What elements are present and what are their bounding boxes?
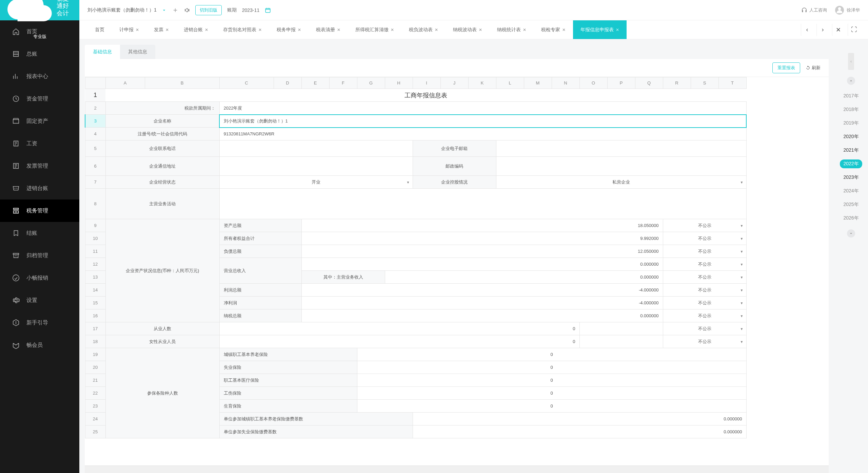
col-header[interactable]: L — [496, 77, 524, 89]
year-2022年[interactable]: 2022年 — [840, 159, 862, 168]
tab-税务申报[interactable]: 税务申报✕ — [269, 20, 309, 39]
close-icon[interactable]: ✕ — [298, 27, 301, 32]
col-header[interactable]: I — [413, 77, 440, 89]
col-header[interactable]: Q — [635, 77, 663, 89]
tab-basic-info[interactable]: 基础信息 — [85, 45, 120, 59]
sidebar-item-ledger[interactable]: 总账 — [0, 43, 79, 65]
close-icon[interactable]: ✕ — [479, 27, 482, 32]
year-2023年[interactable]: 2023年 — [840, 173, 862, 182]
col-header[interactable]: P — [607, 77, 635, 89]
year-2024年[interactable]: 2024年 — [840, 187, 862, 195]
cell-value[interactable]: 0.000000 — [413, 425, 746, 438]
publish-select[interactable]: 不公示 — [663, 309, 746, 322]
cell-value[interactable]: 0.000000 — [301, 258, 663, 271]
cell-value[interactable]: 0 — [357, 387, 746, 400]
tab-税表清册[interactable]: 税表清册✕ — [309, 20, 348, 39]
company-value[interactable]: 刘小艳演示账套（勿删勿动！）1 — [219, 115, 746, 128]
tab-纳税波动表[interactable]: 纳税波动表✕ — [446, 20, 490, 39]
address-value[interactable] — [219, 157, 413, 176]
tab-税负波动表[interactable]: 税负波动表✕ — [401, 20, 446, 39]
phone-value[interactable] — [219, 140, 413, 157]
period-value[interactable]: 2023-11 — [242, 7, 259, 13]
sidebar-item-tax[interactable]: 税务管理 — [0, 200, 79, 222]
col-header[interactable]: M — [524, 77, 552, 89]
close-icon[interactable]: ✕ — [337, 27, 340, 32]
col-header[interactable]: N — [552, 77, 579, 89]
year-2019年[interactable]: 2019年 — [840, 119, 862, 128]
publish-select[interactable]: 不公示 — [663, 219, 746, 232]
close-icon[interactable]: ✕ — [562, 27, 566, 32]
tab-other-info[interactable]: 其他信息 — [120, 45, 155, 59]
close-icon[interactable]: ✕ — [205, 27, 208, 32]
col-header[interactable]: G — [357, 77, 385, 89]
close-icon[interactable]: ✕ — [391, 27, 394, 32]
sidebar-item-reimburse[interactable]: 小畅报销 — [0, 267, 79, 289]
close-icon[interactable]: ✕ — [616, 27, 619, 32]
gear-icon[interactable] — [184, 7, 190, 13]
tabs-close-all-button[interactable]: ✕ — [832, 24, 844, 36]
sidebar-item-fund[interactable]: 资金管理 — [0, 88, 79, 110]
cell-value[interactable]: -4.000000 — [301, 284, 663, 297]
tab-存货别名对照表[interactable]: 存货别名对照表✕ — [216, 20, 269, 39]
cell-value[interactable]: 12.050000 — [301, 245, 663, 258]
years-down-button[interactable] — [847, 229, 855, 238]
tabs-prev-button[interactable]: ‹ — [801, 24, 813, 36]
close-icon[interactable]: ✕ — [523, 27, 526, 32]
tab-计申报[interactable]: 计申报✕ — [112, 20, 146, 39]
close-icon[interactable]: ✕ — [136, 27, 139, 32]
status-select[interactable]: 开业 — [219, 176, 413, 189]
col-header[interactable]: E — [301, 77, 329, 89]
cell-value[interactable]: 0.000000 — [413, 413, 746, 425]
cell-value[interactable]: -4.000000 — [301, 297, 663, 309]
publish-select[interactable]: 不公示 — [663, 245, 746, 258]
email-value[interactable] — [496, 140, 746, 157]
publish-select[interactable]: 不公示 — [663, 335, 746, 348]
sidebar-item-payroll[interactable]: 工资 — [0, 132, 79, 155]
cell-value[interactable]: 0 — [357, 400, 746, 413]
tab-税检专家[interactable]: 税检专家✕ — [534, 20, 573, 39]
add-icon[interactable] — [172, 7, 178, 13]
year-2026年[interactable]: 2026年 — [840, 214, 862, 223]
holding-select[interactable]: 私营企业 — [496, 176, 746, 189]
col-header[interactable]: C — [219, 77, 274, 89]
col-header[interactable]: T — [718, 77, 746, 89]
tab-首页[interactable]: 首页 — [87, 20, 112, 39]
publish-select[interactable]: 不公示 — [663, 258, 746, 271]
publish-select[interactable]: 不公示 — [663, 271, 746, 284]
sidebar-item-asset[interactable]: 固定资产 — [0, 110, 79, 132]
sidebar-item-purchase[interactable]: 进销台账 — [0, 177, 79, 200]
tabs-next-button[interactable]: › — [816, 24, 829, 36]
col-header[interactable]: H — [385, 77, 413, 89]
publish-select[interactable]: 不公示 — [663, 284, 746, 297]
dataset-selector[interactable]: 刘小艳演示账套（勿删勿动！）1 — [87, 7, 167, 13]
year-2021年[interactable]: 2021年 — [840, 146, 862, 155]
year-2025年[interactable]: 2025年 — [840, 200, 862, 209]
col-header[interactable]: J — [440, 77, 468, 89]
fullscreen-icon[interactable]: ⛶ — [848, 24, 860, 36]
spreadsheet[interactable]: ABCDEFGHIJKLMNOPQRST 1工商年报信息表 2税款所属期间：20… — [85, 77, 747, 438]
period-value[interactable]: 2022年度 — [219, 102, 746, 115]
calendar-icon[interactable] — [265, 7, 271, 13]
tab-发票[interactable]: 发票✕ — [146, 20, 176, 39]
close-icon[interactable]: ✕ — [435, 27, 438, 32]
sidebar-item-close-book[interactable]: 结账 — [0, 222, 79, 244]
col-header[interactable]: D — [274, 77, 301, 89]
grid-scroll[interactable]: ABCDEFGHIJKLMNOPQRST 1工商年报信息表 2税款所属期间：20… — [85, 77, 829, 466]
cell-value[interactable]: 0 — [357, 361, 746, 374]
year-2020年[interactable]: 2020年 — [840, 132, 862, 141]
activity-value[interactable] — [219, 189, 746, 219]
tab-年报信息申报表[interactable]: 年报信息申报表✕ — [573, 20, 627, 39]
sidebar-item-invoice[interactable]: 发票管理 — [0, 155, 79, 177]
col-header[interactable]: K — [468, 77, 496, 89]
cell-value[interactable]: 0 — [357, 348, 746, 361]
tab-纳税统计表[interactable]: 纳税统计表✕ — [490, 20, 534, 39]
year-2017年[interactable]: 2017年 — [840, 92, 862, 100]
refresh-button[interactable]: 刷新 — [806, 65, 821, 71]
sidebar-item-guide[interactable]: 新手引导 — [0, 311, 79, 334]
vertical-scrollbar[interactable] — [829, 39, 834, 473]
cell-value[interactable]: 18.050000 — [301, 219, 663, 232]
year-2018年[interactable]: 2018年 — [840, 105, 862, 114]
corner-cell[interactable] — [85, 77, 105, 89]
tab-所得税汇算清缴[interactable]: 所得税汇算清缴✕ — [348, 20, 401, 39]
col-header[interactable]: A — [105, 77, 145, 89]
